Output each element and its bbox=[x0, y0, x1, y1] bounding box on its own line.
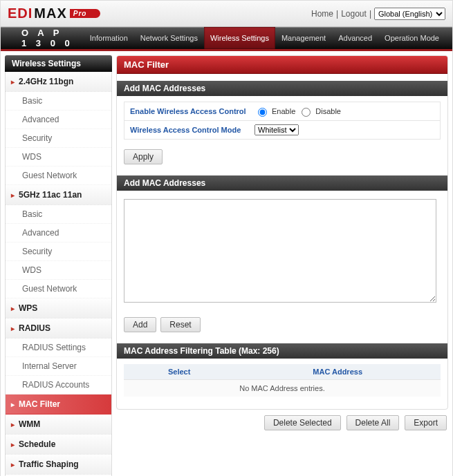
sidebar-item-label: Schedule bbox=[19, 439, 55, 449]
logout-link[interactable]: Logout bbox=[341, 9, 367, 19]
enable-radio-disable[interactable] bbox=[302, 108, 311, 117]
home-link[interactable]: Home bbox=[311, 9, 333, 19]
sidebar-item-2-4ghz-11bgn[interactable]: ▸2.4GHz 11bgn bbox=[6, 72, 111, 92]
nav-tab-management[interactable]: Management bbox=[275, 27, 332, 49]
sidebar-item-label: WPS bbox=[19, 303, 37, 313]
sidebar-sub-radius-accounts[interactable]: RADIUS Accounts bbox=[6, 376, 111, 394]
sidebar-item-label: Traffic Shaping bbox=[19, 459, 79, 469]
sidebar-sub-radius-settings[interactable]: RADIUS Settings bbox=[6, 339, 111, 357]
brand-part-a: EDI bbox=[8, 6, 33, 21]
enable-radio-enable[interactable] bbox=[258, 108, 267, 117]
top-bar: EDI MAX Pro Home | Logout | Global (Engl… bbox=[1, 1, 452, 27]
section-add-mac-2-title: Add MAC Addresses bbox=[117, 175, 447, 191]
nav-tabs: InformationNetwork SettingsWireless Sett… bbox=[84, 27, 445, 49]
apply-button[interactable]: Apply bbox=[124, 149, 163, 164]
sidebar-sub-guest-network[interactable]: Guest Network bbox=[6, 166, 111, 185]
table-row: No MAC Address entries. bbox=[124, 380, 441, 397]
mode-row: Wireless Access Control Mode Whitelist bbox=[124, 121, 441, 140]
brand-pro: Pro bbox=[70, 9, 101, 18]
sidebar-item-wmm[interactable]: ▸WMM bbox=[6, 415, 111, 435]
chevron-right-icon: ▸ bbox=[11, 305, 15, 312]
mode-label: Wireless Access Control Mode bbox=[130, 126, 255, 134]
mac-address-textarea[interactable] bbox=[124, 199, 436, 303]
sidebar-item-label: 2.4GHz 11bgn bbox=[19, 77, 73, 86]
chevron-right-icon: ▸ bbox=[11, 441, 15, 448]
main-nav: O A P 1 3 0 0 InformationNetwork Setting… bbox=[1, 27, 452, 49]
col-mac: MAC Address bbox=[234, 364, 441, 380]
settings-form: Enable Wireless Access Control Enable Di… bbox=[117, 96, 447, 145]
sidebar-sub-advanced[interactable]: Advanced bbox=[6, 224, 111, 242]
mode-select[interactable]: Whitelist bbox=[255, 124, 299, 135]
language-select[interactable]: Global (English) bbox=[374, 8, 445, 20]
reset-button[interactable]: Reset bbox=[160, 317, 200, 332]
sidebar-title: Wireless Settings bbox=[5, 55, 112, 72]
sidebar-sub-wds[interactable]: WDS bbox=[6, 261, 111, 280]
sidebar-sub-security[interactable]: Security bbox=[6, 242, 111, 261]
chevron-right-icon: ▸ bbox=[11, 461, 15, 468]
sidebar-item-5ghz-11ac-11an[interactable]: ▸5GHz 11ac 11an bbox=[6, 185, 111, 205]
empty-row: No MAC Address entries. bbox=[124, 380, 441, 397]
sidebar-sub-wds[interactable]: WDS bbox=[6, 148, 111, 166]
section-add-mac-1-title: Add MAC Addresses bbox=[117, 81, 447, 96]
chevron-right-icon: ▸ bbox=[11, 325, 15, 332]
export-button[interactable]: Export bbox=[405, 415, 447, 430]
enable-label: Enable Wireless Access Control bbox=[130, 107, 255, 115]
sidebar-sub-guest-network[interactable]: Guest Network bbox=[6, 280, 111, 298]
brand-logo: EDI MAX Pro bbox=[8, 6, 100, 21]
sidebar-item-radius[interactable]: ▸RADIUS bbox=[6, 318, 111, 339]
sidebar-item-schedule[interactable]: ▸Schedule bbox=[6, 435, 111, 455]
chevron-right-icon: ▸ bbox=[11, 421, 15, 428]
sidebar-sub-basic[interactable]: Basic bbox=[6, 205, 111, 224]
table-action-buttons: Delete Selected Delete All Export bbox=[116, 410, 448, 436]
nav-tab-network-settings[interactable]: Network Settings bbox=[134, 27, 204, 49]
sidebar: Wireless Settings ▸2.4GHz 11bgnBasicAdva… bbox=[5, 55, 112, 476]
chevron-right-icon: ▸ bbox=[11, 78, 15, 86]
nav-tab-operation-mode[interactable]: Operation Mode bbox=[378, 27, 445, 49]
content: Wireless Settings ▸2.4GHz 11bgnBasicAdva… bbox=[1, 51, 452, 476]
delete-all-button[interactable]: Delete All bbox=[346, 415, 400, 430]
sidebar-item-label: 5GHz 11ac 11an bbox=[19, 190, 82, 200]
sidebar-sub-advanced[interactable]: Advanced bbox=[6, 111, 111, 129]
enable-radio-enable-label: Enable bbox=[272, 107, 295, 115]
panel: MAC Filter Add MAC Addresses Enable Wire… bbox=[116, 55, 448, 410]
add-button[interactable]: Add bbox=[124, 317, 156, 332]
enable-radio-disable-label: Disable bbox=[315, 107, 341, 115]
mac-filter-table: Select MAC Address No MAC Address entrie… bbox=[124, 364, 441, 397]
sidebar-sub-security[interactable]: Security bbox=[6, 129, 111, 148]
sidebar-list: ▸2.4GHz 11bgnBasicAdvancedSecurityWDSGue… bbox=[5, 72, 112, 476]
delete-selected-button[interactable]: Delete Selected bbox=[264, 415, 341, 430]
enable-row: Enable Wireless Access Control Enable Di… bbox=[124, 102, 441, 121]
sidebar-sub-internal-server[interactable]: Internal Server bbox=[6, 357, 111, 376]
nav-tab-information[interactable]: Information bbox=[84, 27, 134, 49]
section-table-title: MAC Address Filtering Table (Max: 256) bbox=[117, 343, 447, 359]
chevron-right-icon: ▸ bbox=[11, 191, 15, 199]
sidebar-sub-basic[interactable]: Basic bbox=[6, 92, 111, 111]
sidebar-item-mac-filter[interactable]: ▸MAC Filter bbox=[6, 394, 111, 415]
chevron-right-icon: ▸ bbox=[11, 401, 15, 408]
sidebar-item-traffic-shaping[interactable]: ▸Traffic Shaping bbox=[6, 455, 111, 475]
top-right-links: Home | Logout | Global (English) bbox=[311, 8, 445, 20]
nav-tab-wireless-settings[interactable]: Wireless Settings bbox=[204, 27, 275, 49]
col-select: Select bbox=[124, 364, 234, 380]
brand-part-b: MAX bbox=[34, 6, 66, 21]
nav-tab-advanced[interactable]: Advanced bbox=[332, 27, 378, 49]
main: MAC Filter Add MAC Addresses Enable Wire… bbox=[116, 55, 448, 476]
page-title: MAC Filter bbox=[117, 56, 447, 74]
app-frame: EDI MAX Pro Home | Logout | Global (Engl… bbox=[0, 0, 453, 476]
sidebar-item-label: WMM bbox=[19, 419, 40, 429]
sidebar-item-wps[interactable]: ▸WPS bbox=[6, 298, 111, 318]
model-label: O A P 1 3 0 0 bbox=[8, 28, 84, 48]
sidebar-item-label: RADIUS bbox=[19, 323, 50, 333]
sidebar-item-label: MAC Filter bbox=[19, 399, 60, 409]
